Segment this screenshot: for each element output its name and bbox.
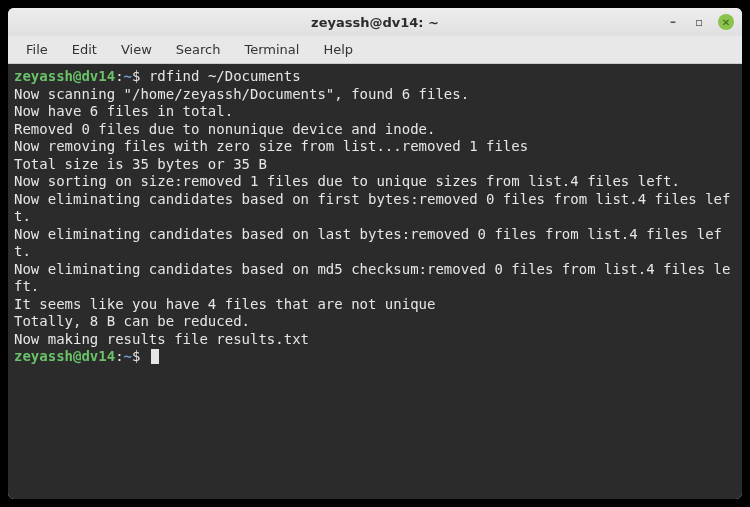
prompt-colon: :	[115, 348, 123, 364]
output-line: Now eliminating candidates based on md5 …	[14, 261, 730, 295]
output-line: Now have 6 files in total.	[14, 103, 233, 119]
output-line: Total size is 35 bytes or 35 B	[14, 156, 267, 172]
window-controls: – ▫ ✕	[666, 14, 734, 30]
titlebar: zeyassh@dv14: ~ – ▫ ✕	[8, 8, 742, 36]
output-line: Now eliminating candidates based on last…	[14, 226, 722, 260]
prompt-user-host: zeyassh@dv14	[14, 68, 115, 84]
terminal-content[interactable]: zeyassh@dv14:~$ rdfind ~/Documents Now s…	[8, 64, 742, 499]
output-line: Removed 0 files due to nonunique device …	[14, 121, 435, 137]
window-title: zeyassh@dv14: ~	[311, 15, 439, 30]
menu-search[interactable]: Search	[166, 38, 231, 61]
prompt-user-host: zeyassh@dv14	[14, 348, 115, 364]
menu-edit[interactable]: Edit	[62, 38, 107, 61]
prompt-path: ~	[124, 68, 132, 84]
prompt-path: ~	[124, 348, 132, 364]
output-line: Now making results file results.txt	[14, 331, 309, 347]
output-line: Totally, 8 B can be reduced.	[14, 313, 250, 329]
output-line: It seems like you have 4 files that are …	[14, 296, 435, 312]
output-line: Now eliminating candidates based on firs…	[14, 191, 730, 225]
prompt-dollar: $	[132, 68, 140, 84]
minimize-button[interactable]: –	[666, 15, 680, 29]
menu-terminal[interactable]: Terminal	[234, 38, 309, 61]
prompt-dollar: $	[132, 348, 140, 364]
cursor-icon	[151, 349, 159, 364]
command-text: rdfind ~/Documents	[149, 68, 301, 84]
menubar: File Edit View Search Terminal Help	[8, 36, 742, 64]
maximize-button[interactable]: ▫	[692, 15, 706, 29]
terminal-window: zeyassh@dv14: ~ – ▫ ✕ File Edit View Sea…	[8, 8, 742, 499]
menu-view[interactable]: View	[111, 38, 162, 61]
output-line: Now scanning "/home/zeyassh/Documents", …	[14, 86, 469, 102]
menu-file[interactable]: File	[16, 38, 58, 61]
close-button[interactable]: ✕	[718, 14, 734, 30]
menu-help[interactable]: Help	[313, 38, 363, 61]
output-line: Now sorting on size:removed 1 files due …	[14, 173, 680, 189]
prompt-colon: :	[115, 68, 123, 84]
output-line: Now removing files with zero size from l…	[14, 138, 528, 154]
